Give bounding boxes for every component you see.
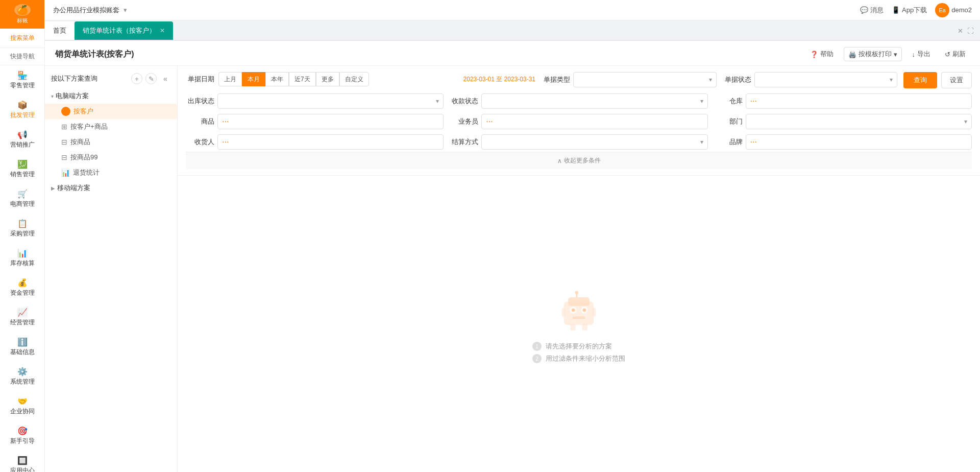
date-btn-this-year[interactable]: 本年: [265, 72, 289, 86]
sidebar-item-basic[interactable]: ℹ️ 基础信息: [0, 332, 44, 362]
department-label: 部门: [714, 117, 743, 126]
sidebar-item-wholesale[interactable]: 📦 批发管理: [0, 95, 44, 125]
print-dropdown-icon[interactable]: ▾: [894, 51, 897, 58]
customer-product-label: 按客户+商品: [70, 122, 108, 131]
collect-status-chevron: ▾: [700, 98, 703, 105]
message-icon: 💬: [860, 6, 868, 14]
app-download-button[interactable]: 📱 App下载: [892, 6, 927, 15]
wholesale-label: 批发管理: [10, 111, 35, 120]
warehouse-dots[interactable]: ···: [750, 97, 757, 106]
sidebar-item-system[interactable]: ⚙️ 系统管理: [0, 362, 44, 391]
maximize-icon[interactable]: ⛶: [967, 27, 974, 35]
date-btn-this-month[interactable]: 本月: [242, 72, 265, 86]
tab-sales-stats[interactable]: 销货单统计表（按客户） ✕: [75, 21, 173, 40]
purchase-label: 采购管理: [10, 229, 35, 238]
refresh-icon: ↺: [945, 51, 950, 58]
edit-scheme-button[interactable]: ✎: [145, 73, 157, 84]
tree-parent-mobile[interactable]: ▶ 移动端方案: [45, 180, 177, 196]
platform-name: 办公用品行业模拟账套: [53, 6, 119, 15]
tree-child-by-product[interactable]: ⊟ 按商品: [45, 134, 177, 150]
settings-button[interactable]: 设置: [941, 72, 972, 88]
search-button[interactable]: 查询: [903, 72, 937, 88]
basic-label: 基础信息: [10, 348, 35, 357]
avatar-text: Ea: [939, 7, 946, 13]
right-panel-content: 单据日期 上月 本月 本年 近7天 更多 自定义 2023-03-01 至 20…: [178, 66, 980, 472]
message-button[interactable]: 💬 消息: [860, 6, 884, 15]
mobile-expand-icon: ▶: [51, 185, 55, 191]
marketing-icon: 📢: [17, 130, 28, 139]
filter-area: 单据日期 上月 本月 本年 近7天 更多 自定义 2023-03-01 至 20…: [178, 66, 980, 176]
tab-close-icon[interactable]: ✕: [160, 27, 165, 34]
sidebar-item-finance[interactable]: 💰 资金管理: [0, 273, 44, 302]
stats-icon: 📊: [61, 169, 70, 177]
export-button[interactable]: ↓ 导出: [908, 48, 935, 61]
product-dots[interactable]: ···: [222, 117, 229, 126]
platform-dropdown-icon[interactable]: ▾: [124, 6, 127, 14]
salesperson-select[interactable]: ···: [481, 114, 707, 129]
hint-text-1: 请先选择要分析的方案: [546, 342, 612, 351]
sidebar-item-operations[interactable]: 📈 经营管理: [0, 302, 44, 332]
by-customer-label: 按客户: [74, 107, 93, 116]
sidebar-item-newuser[interactable]: 🎯 新手引导: [0, 421, 44, 451]
refresh-button[interactable]: ↺ 刷新: [941, 48, 970, 61]
sidebar-item-ecommerce[interactable]: 🛒 电商管理: [0, 184, 44, 214]
print-button[interactable]: 🖨️ 按模板打印 ▾: [844, 47, 902, 61]
sidebar-quick-nav[interactable]: 快捷导航: [0, 48, 44, 65]
tree-child-customer-product[interactable]: ⊞ 按客户+商品: [45, 119, 177, 134]
product-icon: ⊟: [61, 138, 67, 146]
out-status-select[interactable]: ▾: [217, 93, 444, 109]
sidebar-item-appscenter[interactable]: 🔲 应用中心: [0, 451, 44, 472]
filter-row-1: 单据日期 上月 本月 本年 近7天 更多 自定义 2023-03-01 至 20…: [186, 72, 972, 88]
main-area: 办公用品行业模拟账套 ▾ 💬 消息 📱 App下载 Ea demo2 首页: [45, 0, 980, 472]
add-scheme-button[interactable]: +: [131, 73, 142, 84]
collapse-panel-button[interactable]: «: [160, 73, 171, 84]
tree-parent-desktop[interactable]: ▾ 电脑端方案: [45, 88, 177, 104]
sidebar-item-inventory[interactable]: 📊 库存核算: [0, 243, 44, 273]
department-select[interactable]: ▾: [746, 114, 972, 129]
product-select[interactable]: ···: [217, 114, 444, 129]
sidebar-search[interactable]: 搜索菜单: [0, 29, 44, 48]
mobile-section-label: 移动端方案: [57, 183, 90, 193]
search-label[interactable]: 搜索菜单: [4, 34, 40, 42]
export-label: 导出: [917, 50, 930, 59]
salesperson-dots[interactable]: ···: [486, 117, 493, 126]
doc-status-group: 单据状态 ▾: [723, 72, 898, 87]
by-product-label: 按商品: [70, 137, 90, 147]
collapse-more-button[interactable]: ∧ 收起更多条件: [186, 152, 972, 169]
sidebar-item-enterprise[interactable]: 🤝 企业协同: [0, 391, 44, 421]
panel-header: 按以下方案查询 + ✎ «: [45, 71, 177, 88]
expand-icon: ▾: [51, 93, 54, 99]
tab-home[interactable]: 首页: [45, 21, 75, 40]
receiver-dots[interactable]: ···: [222, 137, 229, 147]
tree-child-by-customer[interactable]: 按客户: [45, 104, 177, 119]
date-btn-7days[interactable]: 近7天: [289, 72, 316, 86]
doc-status-select[interactable]: ▾: [754, 72, 898, 87]
brand-dots[interactable]: ···: [750, 137, 757, 147]
sidebar-item-retail[interactable]: 🏪 零售管理: [0, 65, 44, 95]
collect-status-select[interactable]: ▾: [481, 93, 707, 109]
print-label: 按模板打印: [859, 50, 892, 59]
brand-select[interactable]: ···: [746, 134, 972, 150]
user-profile[interactable]: Ea demo2: [935, 3, 972, 17]
tree-child-return-stats[interactable]: 📊 退货统计: [45, 165, 177, 180]
close-tab-icon[interactable]: ✕: [958, 27, 963, 35]
date-btn-custom[interactable]: 自定义: [339, 72, 369, 86]
date-btn-last-month[interactable]: 上月: [218, 72, 242, 86]
help-button[interactable]: ❓ 帮助: [806, 48, 838, 61]
date-btn-more[interactable]: 更多: [316, 72, 339, 86]
sidebar-item-marketing[interactable]: 📢 营销推广: [0, 125, 44, 154]
doc-type-select[interactable]: ▾: [573, 72, 717, 87]
tree-child-by-product99[interactable]: ⊟ 按商品99: [45, 150, 177, 165]
filter-row-4: 收货人 ··· 结算方式 ▾: [186, 134, 972, 150]
sidebar-item-purchase[interactable]: 📋 采购管理: [0, 214, 44, 243]
warehouse-select[interactable]: ···: [746, 93, 972, 109]
salesperson-group: 业务员 ···: [450, 114, 707, 129]
app-logo: 🍊 标账: [0, 0, 44, 29]
out-status-group: 出库状态 ▾: [186, 93, 444, 109]
settlement-select[interactable]: ▾: [481, 134, 707, 150]
sidebar-item-sales[interactable]: 💹 销售管理: [0, 154, 44, 184]
right-panel: 单据日期 上月 本月 本年 近7天 更多 自定义 2023-03-01 至 20…: [178, 66, 980, 472]
svg-point-4: [572, 309, 575, 312]
brand-group: 品牌 ···: [714, 134, 972, 150]
receiver-select[interactable]: ···: [217, 134, 444, 150]
